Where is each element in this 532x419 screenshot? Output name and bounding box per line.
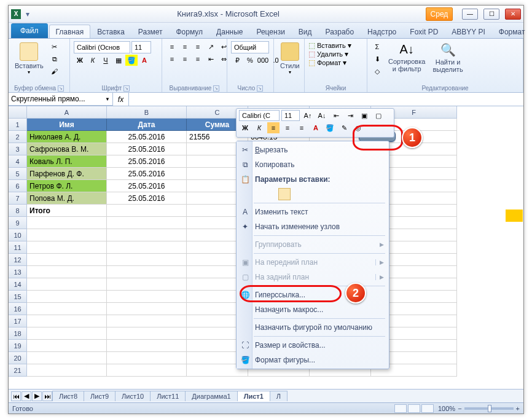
row-header[interactable]: 14 bbox=[9, 278, 27, 291]
sheet-tab[interactable]: Л bbox=[270, 391, 288, 401]
row-header[interactable]: 3 bbox=[9, 143, 27, 155]
mini-outdent-icon[interactable]: ⇥ bbox=[344, 110, 356, 121]
cell[interactable] bbox=[107, 217, 187, 229]
close-button[interactable]: ✕ bbox=[505, 9, 521, 20]
mini-back-icon[interactable]: ▢ bbox=[372, 110, 385, 121]
font-size-combo[interactable]: 11 bbox=[131, 41, 151, 53]
mini-outline-icon[interactable]: ✎ bbox=[338, 122, 350, 133]
sheet-nav-last-icon[interactable]: ⏭ bbox=[42, 391, 52, 401]
row-header[interactable]: 1 bbox=[9, 119, 27, 131]
cell[interactable] bbox=[107, 315, 187, 327]
align-right-icon[interactable]: ≡ bbox=[192, 53, 204, 65]
align-bot-icon[interactable]: ≡ bbox=[192, 41, 204, 52]
view-break-icon[interactable] bbox=[421, 404, 434, 413]
align-left-icon[interactable]: ≡ bbox=[166, 53, 178, 65]
align-center-icon[interactable]: ≡ bbox=[179, 53, 191, 65]
tab-data[interactable]: Данные bbox=[209, 25, 249, 38]
ctx-assign-macro[interactable]: Назначить макрос... bbox=[237, 302, 389, 317]
mini-bold-icon[interactable]: Ж bbox=[239, 122, 251, 133]
cell[interactable] bbox=[27, 217, 107, 229]
formula-input[interactable] bbox=[129, 93, 523, 106]
row-header[interactable]: 11 bbox=[9, 241, 27, 254]
mini-front-icon[interactable]: ▣ bbox=[358, 110, 370, 121]
cell[interactable] bbox=[27, 229, 107, 241]
cell[interactable] bbox=[27, 241, 107, 254]
cell[interactable] bbox=[27, 254, 107, 266]
cell[interactable]: 25.05.2016 bbox=[107, 180, 187, 192]
cell[interactable] bbox=[107, 352, 187, 364]
zoom-slider[interactable] bbox=[464, 407, 514, 410]
dialog-launcher-icon[interactable]: ↘ bbox=[213, 85, 219, 92]
ctx-copy[interactable]: ⧉Копировать bbox=[237, 157, 389, 172]
cell[interactable] bbox=[107, 205, 187, 217]
border-button[interactable]: ▦ bbox=[112, 55, 125, 66]
sheet-tab[interactable]: Лист10 bbox=[115, 391, 151, 401]
format-painter-icon[interactable]: 🖌 bbox=[49, 66, 61, 77]
mini-shrink-icon[interactable]: A↓ bbox=[316, 110, 328, 121]
cell[interactable] bbox=[107, 327, 187, 340]
underline-button[interactable]: Ч bbox=[100, 55, 112, 66]
sheet-tab[interactable]: Лист9 bbox=[84, 391, 115, 401]
cut-icon[interactable]: ✂ bbox=[49, 41, 61, 52]
tab-review[interactable]: Рецензи bbox=[249, 25, 291, 38]
name-box[interactable]: Скругленный прямо...▼ bbox=[9, 93, 113, 106]
bold-button[interactable]: Ж bbox=[74, 55, 86, 66]
sheet-tab-active[interactable]: Лист1 bbox=[237, 391, 270, 401]
cell[interactable]: Сафронова В. М. bbox=[27, 143, 107, 155]
number-format-combo[interactable]: Общий bbox=[231, 41, 269, 53]
cell[interactable] bbox=[107, 340, 187, 352]
cell[interactable]: Попова М. Д. bbox=[27, 192, 107, 205]
cell[interactable] bbox=[27, 315, 107, 327]
col-header-a[interactable]: A bbox=[27, 106, 107, 119]
cell[interactable]: Петров Ф. Л. bbox=[27, 180, 107, 192]
ctx-edit-points[interactable]: ✦Начать изменение узлов bbox=[237, 219, 389, 234]
tab-file[interactable]: Файл bbox=[11, 23, 48, 38]
ctx-edit-text[interactable]: AИзменить текст bbox=[237, 205, 389, 219]
row-header[interactable]: 4 bbox=[9, 155, 27, 168]
find-select-button[interactable]: 🔍Найти и выделить bbox=[430, 41, 465, 74]
cell[interactable]: 25.05.2016 bbox=[107, 192, 187, 205]
cell[interactable] bbox=[27, 364, 107, 377]
percent-icon[interactable]: % bbox=[244, 55, 256, 66]
cell[interactable]: Итого bbox=[27, 205, 107, 217]
align-mid-icon[interactable]: ≡ bbox=[179, 41, 191, 52]
copy-icon[interactable]: ⧉ bbox=[49, 53, 61, 65]
mini-align-icon[interactable]: ≡ bbox=[267, 122, 280, 133]
tab-layout[interactable]: Размет bbox=[131, 25, 170, 38]
cell[interactable] bbox=[107, 229, 187, 241]
tab-dev[interactable]: Разрабо bbox=[319, 25, 361, 38]
styles-button[interactable]: Стили▾ bbox=[278, 41, 302, 76]
cell[interactable]: 25.05.2016 bbox=[107, 155, 187, 168]
ctx-hyperlink[interactable]: 🌐Гиперссылка... bbox=[237, 288, 389, 302]
sheet-nav-next-icon[interactable]: ▶ bbox=[32, 391, 42, 401]
cell[interactable]: Имя bbox=[27, 119, 107, 131]
ctx-paste-default[interactable] bbox=[237, 187, 389, 202]
row-header[interactable]: 10 bbox=[9, 229, 27, 241]
cell[interactable]: 25.05.2016 bbox=[107, 131, 187, 143]
delete-cells-button[interactable]: Удалить bbox=[317, 50, 343, 58]
zoom-control[interactable]: 100% − + bbox=[438, 405, 520, 412]
zoom-out-icon[interactable]: − bbox=[458, 405, 461, 412]
row-header[interactable]: 5 bbox=[9, 168, 27, 180]
dialog-launcher-icon[interactable]: ↘ bbox=[58, 85, 64, 92]
font-name-combo[interactable]: Calibri (Основ bbox=[74, 41, 130, 53]
mini-indent-icon[interactable]: ⇤ bbox=[330, 110, 342, 121]
sort-filter-button[interactable]: A↓Сортировка и фильтр bbox=[386, 41, 428, 74]
mini-size-combo[interactable]: 11 bbox=[281, 110, 300, 121]
cell[interactable]: Дата bbox=[107, 119, 187, 131]
comma-icon[interactable]: 000 bbox=[257, 55, 269, 66]
mini-italic-icon[interactable]: К bbox=[253, 122, 265, 133]
zoom-in-icon[interactable]: + bbox=[516, 405, 520, 412]
cell[interactable]: 25.05.2016 bbox=[107, 143, 187, 155]
insert-cells-button[interactable]: Вставить bbox=[317, 42, 346, 49]
orientation-icon[interactable]: ↗ bbox=[205, 41, 217, 52]
row-header[interactable]: 20 bbox=[9, 352, 27, 364]
mini-fontcolor-icon[interactable]: A bbox=[310, 122, 322, 133]
ctx-send-back[interactable]: ▢На задний план▶ bbox=[237, 270, 389, 284]
fill-icon[interactable]: ⬇ bbox=[371, 53, 383, 65]
cell[interactable] bbox=[107, 254, 187, 266]
fx-icon[interactable]: fx bbox=[113, 93, 129, 106]
row-header[interactable]: 7 bbox=[9, 192, 27, 205]
view-normal-icon[interactable] bbox=[394, 404, 407, 413]
cell[interactable] bbox=[107, 241, 187, 254]
